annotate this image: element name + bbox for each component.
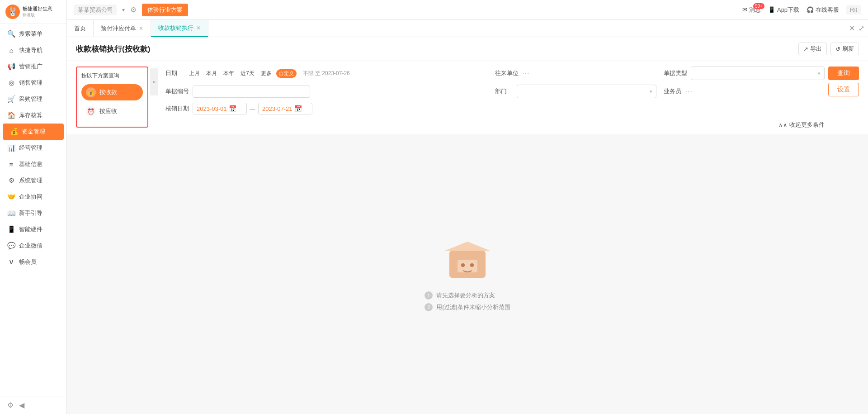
gear-icon[interactable]: ⚙ bbox=[130, 5, 137, 14]
sidebar-item-guide[interactable]: 📖 新手引导 bbox=[0, 205, 66, 221]
filter-option-payable-label: 按应收 bbox=[99, 107, 117, 115]
svg-marker-1 bbox=[445, 242, 490, 251]
operation-icon: 📊 bbox=[7, 144, 15, 152]
chevron-up-icon: ∧∧ bbox=[778, 122, 788, 128]
page-title-row: 收款核销执行(按收款) ↗ 导出 ↺ 刷新 bbox=[76, 43, 859, 55]
filter-form: 日期 上月 本月 本年 近7天 更多 自定义 不限 至 2023-07-26 bbox=[165, 67, 825, 129]
solution-button[interactable]: 体验行业方案 bbox=[142, 4, 188, 16]
dept-label: 部门 bbox=[495, 87, 513, 95]
tab-collection[interactable]: 收款核销执行 ✕ bbox=[151, 20, 208, 37]
system-icon: ⚙ bbox=[7, 176, 15, 185]
filter-actions-row: ∧∧ 收起更多条件 bbox=[165, 121, 825, 129]
sidebar-item-operation[interactable]: 📊 经营管理 bbox=[0, 140, 66, 156]
expand-tab-icon[interactable]: ⤢ bbox=[859, 24, 864, 33]
chevron-down-icon: ▾ bbox=[650, 89, 652, 95]
tab-home[interactable]: 首页 bbox=[67, 20, 94, 37]
dept-select[interactable]: ▾ bbox=[517, 85, 656, 98]
chevron-down-icon[interactable]: ▾ bbox=[122, 7, 125, 13]
sidebar-item-purchase[interactable]: 🛒 采购管理 bbox=[0, 91, 66, 107]
sidebar-item-member[interactable]: V 畅会员 bbox=[0, 254, 66, 270]
marketing-icon: 📢 bbox=[7, 62, 15, 71]
online-service-button[interactable]: 🎧 在线客服 bbox=[807, 6, 839, 14]
query-button[interactable]: 查询 bbox=[828, 67, 859, 80]
hint-num-2: 2 bbox=[425, 303, 433, 311]
date-more[interactable]: 更多 bbox=[259, 69, 274, 78]
refresh-label: 刷新 bbox=[842, 45, 854, 53]
collapse-more-button[interactable]: ∧∧ 收起更多条件 bbox=[778, 121, 825, 129]
settings-bottom-icon[interactable]: ⚙ bbox=[7, 401, 14, 409]
topbar: 某某贸易公司 ▾ ⚙ 体验行业方案 ✉ 消息 99+ 📱 App下载 🎧 在线客… bbox=[67, 0, 868, 20]
partner-dots[interactable]: ··· bbox=[522, 69, 529, 77]
docno-label: 单据编号 bbox=[165, 87, 189, 95]
tab-collection-close-icon[interactable]: ✕ bbox=[196, 25, 201, 31]
partner-label: 往来单位 bbox=[495, 69, 519, 77]
sidebar-item-search[interactable]: 🔍 搜索菜单 bbox=[0, 26, 66, 42]
close-tab-icon[interactable]: ✕ bbox=[849, 24, 855, 33]
sidebar-nav: 🔍 搜索菜单 ⌂ 快捷导航 📢 营销推广 ◎ 销售管理 🛒 采购管理 🏠 库存核… bbox=[0, 24, 66, 396]
filter-collapse-button[interactable]: « bbox=[150, 68, 158, 95]
user-name[interactable]: Rit bbox=[846, 5, 861, 14]
sidebar-item-label: 销售管理 bbox=[19, 79, 42, 87]
filter-area: 按以下方案查询 💰 按收款 ⏰ 按应收 « bbox=[67, 61, 868, 134]
message-button[interactable]: ✉ 消息 99+ bbox=[742, 6, 761, 14]
sidebar-bottom: ⚙ ◀ bbox=[0, 396, 66, 414]
sidebar-item-hardware[interactable]: 📱 智能硬件 bbox=[0, 221, 66, 238]
sidebar-item-marketing[interactable]: 📢 营销推广 bbox=[0, 58, 66, 75]
filter-left-panel: 按以下方案查询 💰 按收款 ⏰ 按应收 bbox=[76, 67, 148, 128]
tabs-actions: ✕ ⤢ bbox=[849, 24, 868, 33]
date-this-month[interactable]: 本月 bbox=[204, 69, 219, 78]
page-header: 收款核销执行(按收款) ↗ 导出 ↺ 刷新 bbox=[67, 37, 868, 61]
tabs-bar: 首页 预付冲应付单 ✕ 收款核销执行 ✕ ✕ ⤢ bbox=[67, 20, 868, 37]
filter-option-by-receipt[interactable]: 💰 按收款 bbox=[81, 84, 143, 100]
collapse-sidebar-icon[interactable]: ◀ bbox=[19, 401, 24, 409]
date-shortcuts: 上月 本月 本年 近7天 更多 自定义 bbox=[187, 69, 297, 78]
wechat-icon: 💬 bbox=[7, 242, 15, 250]
writeoff-end-input[interactable]: 2023-07-21 📅 bbox=[258, 103, 312, 114]
service-label: 在线客服 bbox=[816, 6, 839, 14]
dept-select-value bbox=[521, 87, 527, 95]
app-label: App下载 bbox=[777, 6, 799, 14]
tab-prepay-close-icon[interactable]: ✕ bbox=[139, 25, 143, 32]
writeoff-end-value: 2023-07-21 bbox=[262, 105, 292, 112]
sidebar-item-system[interactable]: ⚙ 系统管理 bbox=[0, 172, 66, 189]
refresh-icon: ↺ bbox=[835, 46, 840, 52]
tab-prepay[interactable]: 预付冲应付单 ✕ bbox=[94, 20, 151, 37]
date-separator: — bbox=[250, 105, 255, 112]
sidebar-item-basic[interactable]: ≡ 基础信息 bbox=[0, 156, 66, 172]
empty-illustration bbox=[440, 237, 495, 282]
sidebar-item-label: 搜索菜单 bbox=[19, 30, 42, 38]
settings-button[interactable]: 设置 bbox=[828, 83, 859, 96]
date-custom-badge[interactable]: 自定义 bbox=[276, 69, 297, 78]
docno-input[interactable] bbox=[193, 86, 310, 98]
doctype-select[interactable]: ▾ bbox=[691, 67, 825, 80]
receipt-icon: 💰 bbox=[86, 87, 96, 97]
main-area: 某某贸易公司 ▾ ⚙ 体验行业方案 ✉ 消息 99+ 📱 App下载 🎧 在线客… bbox=[67, 0, 868, 414]
hint-text-1: 请先选择要分析的方案 bbox=[436, 291, 495, 300]
home-icon: ⌂ bbox=[7, 47, 15, 54]
filter-option-by-payable[interactable]: ⏰ 按应收 bbox=[81, 103, 143, 119]
sidebar-item-quicknav[interactable]: ⌂ 快捷导航 bbox=[0, 42, 66, 58]
staff-dots[interactable]: ··· bbox=[685, 87, 693, 95]
sales-icon: ◎ bbox=[7, 79, 15, 87]
sidebar-item-label: 企业微信 bbox=[19, 242, 42, 250]
refresh-button[interactable]: ↺ 刷新 bbox=[830, 43, 859, 55]
export-button[interactable]: ↗ 导出 bbox=[798, 43, 827, 55]
page-title: 收款核销执行(按收款) bbox=[76, 44, 150, 54]
sidebar-item-label: 企业协同 bbox=[19, 193, 42, 201]
filter-row-2: 单据编号 部门 ▾ 业务员 ··· bbox=[165, 85, 825, 98]
date-last-7-days[interactable]: 近7天 bbox=[239, 69, 256, 78]
date-last-month[interactable]: 上月 bbox=[187, 69, 202, 78]
enterprise-icon: 🤝 bbox=[7, 193, 15, 201]
sidebar-item-sales[interactable]: ◎ 销售管理 bbox=[0, 75, 66, 91]
sidebar-item-inventory[interactable]: 🏠 库存核算 bbox=[0, 107, 66, 124]
writeoff-start-input[interactable]: 2023-03-01 📅 bbox=[193, 103, 247, 114]
hint-num-1: 1 bbox=[425, 291, 433, 300]
company-name: 某某贸易公司 bbox=[74, 5, 117, 15]
sidebar-item-finance[interactable]: 💰 资金管理 bbox=[3, 124, 64, 140]
app-download-button[interactable]: 📱 App下载 bbox=[768, 6, 799, 14]
sidebar-item-wechat[interactable]: 💬 企业微信 bbox=[0, 238, 66, 254]
sidebar-item-enterprise[interactable]: 🤝 企业协同 bbox=[0, 189, 66, 205]
sidebar-item-label: 新手引导 bbox=[19, 209, 42, 217]
date-this-year[interactable]: 本年 bbox=[222, 69, 236, 78]
app-badge: 标准版 bbox=[23, 12, 52, 18]
